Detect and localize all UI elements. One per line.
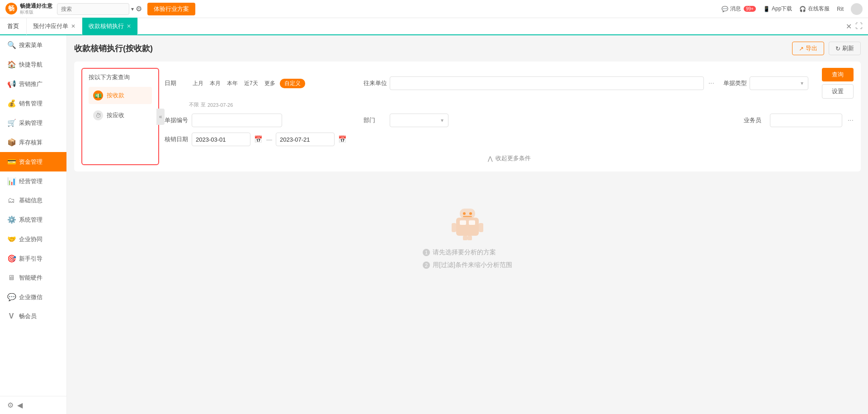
- sidebar-item-operations[interactable]: 📊 经营管理: [0, 171, 66, 191]
- svg-rect-3: [452, 223, 456, 232]
- filter-panel: 按以下方案查询 💵 按收款 ⏱ 按应收 « 日期: [74, 62, 861, 171]
- writeoff-to-cal-icon[interactable]: 📅: [338, 135, 347, 143]
- filter-left-collapse-btn[interactable]: «: [156, 109, 165, 125]
- sidebar-item-marketing[interactable]: 📢 营销推广: [0, 74, 66, 94]
- sidebar-item-enterprise[interactable]: 🤝 企业协同: [0, 229, 66, 249]
- topbar-search-area: ▾ ⚙ 体验行业方案: [57, 3, 722, 15]
- tab-prepay-close[interactable]: ✕: [71, 23, 75, 29]
- message-label: 消息: [730, 5, 741, 13]
- svg-rect-0: [456, 218, 479, 236]
- sidebar-item-wechat[interactable]: 💬 企业微信: [0, 287, 66, 307]
- writeoff-from-cal-icon[interactable]: 📅: [254, 135, 263, 143]
- refresh-button[interactable]: ↻ 刷新: [829, 42, 861, 55]
- app-download-icon: 📱: [763, 6, 770, 12]
- sidebar-item-wechat-label: 企业微信: [19, 293, 42, 301]
- funds-icon: 💳: [7, 157, 15, 166]
- tab-writeoff-close[interactable]: ✕: [127, 23, 131, 29]
- tab-close-all-btn[interactable]: ✕: [846, 22, 852, 31]
- sidebar-item-basic-info[interactable]: 🗂 基础信息: [0, 191, 66, 210]
- tab-prepay[interactable]: 预付冲应付单 ✕: [27, 18, 82, 35]
- svg-rect-1: [460, 220, 466, 225]
- doc-type-arrow: ▾: [801, 80, 803, 86]
- sidebar-item-quick-nav[interactable]: 🏠 快捷导航: [0, 55, 66, 74]
- empty-hint-1: 请先选择要分析的方案: [423, 246, 512, 258]
- quick-nav-icon: 🏠: [7, 60, 15, 69]
- filter-row-2: 单据编号 部门 ▾ 业务员: [165, 114, 854, 127]
- tab-home[interactable]: 首页: [0, 18, 27, 35]
- filter-rows: 日期 上月 本月 本年 近7天 更多 自定义 往来单位: [165, 68, 854, 165]
- filter-right-panel: 日期 上月 本月 本年 近7天 更多 自定义 往来单位: [165, 68, 854, 165]
- tab-maximize-btn[interactable]: ⛶: [855, 22, 863, 30]
- solution-button[interactable]: 体验行业方案: [147, 3, 195, 15]
- filter-option-by-receivable[interactable]: ⏱ 按应收: [89, 107, 152, 124]
- staff-more-btn[interactable]: ···: [848, 116, 854, 124]
- topbar-search-input[interactable]: [57, 3, 129, 15]
- filter-left-title: 按以下方案查询: [89, 73, 152, 81]
- topbar-messages[interactable]: 💬 消息 99+: [722, 5, 756, 13]
- doc-no-input[interactable]: [192, 114, 282, 127]
- sidebar-item-funds-label: 资金管理: [19, 158, 42, 166]
- sidebar-settings-btn[interactable]: ⚙: [7, 401, 14, 409]
- topbar-app-download[interactable]: 📱 App下载: [763, 5, 792, 13]
- sidebar-item-marketing-label: 营销推广: [19, 80, 42, 88]
- sidebar-item-purchase[interactable]: 🛒 采购管理: [0, 113, 66, 133]
- logo-text: 畅捷通好生意 标准版: [20, 3, 52, 14]
- svg-rect-2: [469, 220, 475, 225]
- settings-button[interactable]: 设置: [822, 84, 854, 99]
- query-button[interactable]: 查询: [822, 68, 854, 81]
- sidebar-item-vip[interactable]: V 畅会员: [0, 307, 66, 326]
- vip-icon: V: [7, 312, 15, 320]
- by-receivable-label: 按应收: [107, 111, 124, 119]
- service-icon: 🎧: [799, 6, 806, 12]
- collapse-more-btn[interactable]: ⋀ 收起更多条件: [165, 152, 854, 165]
- sidebar-item-inventory[interactable]: 📦 库存核算: [0, 133, 66, 152]
- writeoff-date-from-input[interactable]: [192, 133, 250, 146]
- filter-option-by-receipt[interactable]: 💵 按收款: [89, 87, 152, 104]
- svg-rect-9: [463, 236, 467, 240]
- shortcut-7days[interactable]: 近7天: [242, 79, 260, 88]
- svg-point-6: [463, 212, 466, 215]
- shortcut-last-month[interactable]: 上月: [191, 79, 205, 88]
- sidebar-item-search-menu[interactable]: 🔍 搜索菜单: [0, 35, 66, 55]
- writeoff-date-to-input[interactable]: [276, 133, 335, 146]
- sidebar: 🔍 搜索菜单 🏠 快捷导航 📢 营销推广 💰 销售管理 🛒 采购管理 📦 库存核…: [0, 35, 67, 414]
- doc-type-select[interactable]: ▾: [750, 76, 808, 90]
- empty-text-list: 请先选择要分析的方案 用[过滤]条件来缩小分析范围: [423, 246, 512, 271]
- sidebar-item-basic-info-label: 基础信息: [19, 196, 42, 205]
- counterpart-input[interactable]: [390, 76, 704, 90]
- dept-arrow: ▾: [441, 117, 443, 124]
- app-logo: 畅 畅捷通好生意 标准版: [5, 3, 52, 14]
- topbar-online-service[interactable]: 🎧 在线客服: [799, 5, 830, 13]
- sidebar-item-sales[interactable]: 💰 销售管理: [0, 94, 66, 113]
- shortcut-more[interactable]: 更多: [263, 79, 277, 88]
- guide-icon: 🎯: [7, 254, 15, 263]
- sidebar-collapse-btn[interactable]: ◀: [17, 401, 23, 409]
- by-receipt-label: 按收款: [107, 91, 124, 100]
- sidebar-item-sys-mgmt[interactable]: ⚙️ 系统管理: [0, 210, 66, 229]
- topbar: 畅 畅捷通好生意 标准版 ▾ ⚙ 体验行业方案 💬 消息 99+ 📱 App下载…: [0, 0, 868, 18]
- export-button[interactable]: ↗ 导出: [792, 42, 824, 55]
- topbar-dropdown-btn[interactable]: ▾: [131, 6, 134, 12]
- sidebar-item-funds[interactable]: 💳 资金管理: [0, 152, 66, 171]
- counterpart-more-btn[interactable]: ···: [708, 79, 714, 87]
- dept-select[interactable]: ▾: [390, 114, 448, 127]
- export-icon: ↗: [799, 45, 804, 52]
- sales-icon: 💰: [7, 99, 15, 108]
- message-icon: 💬: [722, 6, 728, 12]
- topbar-settings-btn[interactable]: ⚙: [136, 5, 142, 13]
- query-btn-group: 查询 设置: [822, 68, 854, 99]
- tab-writeoff[interactable]: 收款核销执行 ✕: [82, 18, 138, 35]
- shortcut-this-year[interactable]: 本年: [225, 79, 240, 88]
- sidebar-item-enterprise-label: 企业协同: [19, 235, 42, 243]
- page-header: 收款核销执行(按收款) ↗ 导出 ↻ 刷新: [74, 42, 861, 55]
- filter-row-date-sub: 不限 至 2023-07-26: [165, 101, 854, 108]
- shortcut-this-month[interactable]: 本月: [208, 79, 222, 88]
- staff-input[interactable]: [770, 114, 842, 127]
- sys-mgmt-icon: ⚙️: [7, 215, 15, 224]
- sidebar-item-guide[interactable]: 🎯 新手引导: [0, 249, 66, 268]
- svg-point-7: [469, 212, 472, 215]
- service-label: 在线客服: [808, 5, 830, 13]
- empty-hint-2: 用[过滤]条件来缩小分析范围: [423, 258, 512, 271]
- sidebar-item-hardware[interactable]: 🖥 智能硬件: [0, 268, 66, 287]
- shortcut-custom[interactable]: 自定义: [280, 79, 305, 88]
